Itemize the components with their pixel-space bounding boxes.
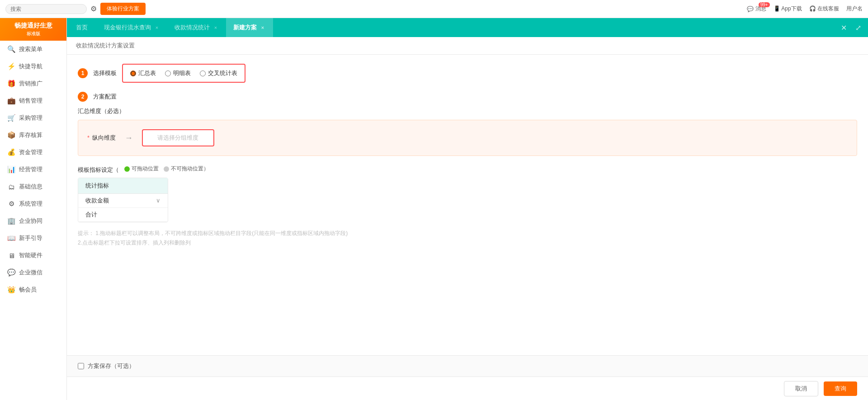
sidebar-item-finance[interactable]: 💰 资金管理: [0, 144, 66, 161]
stat-label: 统计指标: [85, 182, 109, 189]
unmovable-dot: [164, 166, 169, 172]
sidebar-item-basic-info[interactable]: 🗂 基础信息: [0, 178, 66, 195]
tab-home[interactable]: 首页: [67, 18, 97, 37]
tab-bar-actions: ✕ ⤢: [837, 18, 868, 37]
main-layout: 畅捷通好生意 标准版 🔍 搜索菜单 ⚡ 快捷导航 🎁 营销推广 💼 销售管理 🛒…: [0, 18, 868, 400]
tab-new-plan-label: 新建方案: [233, 24, 257, 32]
step1-label: 选择模板: [93, 69, 117, 77]
sidebar-item-quick-nav[interactable]: ⚡ 快捷导航: [0, 58, 66, 75]
marketing-icon: 🎁: [7, 80, 15, 88]
industry-btn[interactable]: 体验行业方案: [100, 3, 146, 15]
tab-new-plan-close[interactable]: ×: [259, 24, 266, 31]
sidebar-label: 营销推广: [19, 80, 42, 88]
tab-home-label: 首页: [76, 24, 88, 32]
sidebar-label: 企业协同: [19, 217, 42, 225]
sidebar-label: 搜索菜单: [19, 45, 42, 53]
tab-maximize-icon[interactable]: ⤢: [852, 21, 864, 34]
tab-bank-flow[interactable]: 现金银行流水查询 ×: [97, 18, 167, 37]
sidebar-item-enterprise[interactable]: 🏢 企业协同: [0, 212, 66, 230]
sidebar-item-sales[interactable]: 💼 销售管理: [0, 92, 66, 109]
dim-placeholder: 请选择分组维度: [157, 134, 198, 141]
dimension-section: 汇总维度（必选） * 纵向维度 → 请选择分组维度: [78, 107, 857, 156]
settings-icon[interactable]: ⚙: [90, 5, 97, 13]
metrics-header: 统计指标: [78, 178, 168, 194]
amount-col-label: 收款金额: [85, 197, 109, 205]
quick-nav-icon: ⚡: [7, 62, 15, 71]
cancel-button[interactable]: 取消: [784, 381, 818, 396]
member-icon: 👑: [7, 286, 15, 294]
template-selection: 汇总表 明细表 交叉统计表: [122, 64, 245, 83]
radio-cross[interactable]: 交叉统计表: [200, 69, 237, 77]
tab-close-window-icon[interactable]: ✕: [837, 21, 850, 34]
sidebar-item-operations[interactable]: 📊 经营管理: [0, 161, 66, 178]
hint-row-1: 提示： 1.拖动标题栏可以调整布局，不可跨维度或指标区域拖动栏目字段(只能在同一…: [78, 230, 857, 237]
tab-collection-stat-label: 收款情况统计: [175, 24, 210, 32]
page-breadcrumb: 收款情况统计方案设置: [67, 37, 868, 55]
guide-icon: 📖: [7, 234, 15, 242]
sidebar-item-member[interactable]: 👑 畅会员: [0, 281, 66, 298]
dimension-title: 汇总维度（必选）: [78, 107, 857, 115]
radio-summary[interactable]: 汇总表: [130, 69, 156, 77]
step2-label: 方案配置: [93, 93, 117, 101]
sidebar-item-purchase[interactable]: 🛒 采购管理: [0, 109, 66, 127]
sidebar-label: 系统管理: [19, 200, 42, 208]
hint-row-2: 2.点击标题栏下拉可设置排序、插入列和删除列: [78, 239, 857, 247]
radio-summary-input[interactable]: [130, 71, 136, 76]
download-area[interactable]: 📱 App下载: [774, 5, 802, 13]
tab-collection-stat-close[interactable]: ×: [212, 24, 219, 31]
radio-group: 汇总表 明细表 交叉统计表: [130, 69, 237, 77]
movable-label: 可拖动位置: [132, 165, 159, 173]
tab-bank-flow-close[interactable]: ×: [154, 24, 160, 31]
sidebar: 畅捷通好生意 标准版 🔍 搜索菜单 ⚡ 快捷导航 🎁 营销推广 💼 销售管理 🛒…: [0, 18, 67, 400]
radio-summary-label: 汇总表: [138, 69, 156, 77]
tab-collection-stat[interactable]: 收款情况统计 ×: [167, 18, 226, 37]
query-button[interactable]: 查询: [824, 381, 857, 396]
sales-icon: 💼: [7, 97, 15, 105]
sidebar-label: 资金管理: [19, 148, 42, 156]
top-bar-left: ⚙ 体验行业方案: [5, 3, 146, 15]
purchase-icon: 🛒: [7, 114, 15, 122]
sidebar-item-wechat[interactable]: 💬 企业微信: [0, 264, 66, 281]
tab-new-plan[interactable]: 新建方案 ×: [226, 18, 273, 37]
sidebar-label: 畅会员: [19, 286, 37, 294]
sidebar-item-marketing[interactable]: 🎁 营销推广: [0, 75, 66, 92]
user-area[interactable]: 用户名: [846, 5, 863, 13]
save-checkbox[interactable]: [78, 363, 84, 369]
metrics-config-label: 模板指标设定（ 可拖动位置 不可拖动位置）: [78, 165, 857, 174]
sidebar-item-search-menu[interactable]: 🔍 搜索菜单: [0, 41, 66, 58]
system-icon: ⚙: [7, 200, 15, 208]
sidebar-item-inventory[interactable]: 📦 库存核算: [0, 127, 66, 144]
hints-area: 提示： 1.拖动标题栏可以调整布局，不可跨维度或指标区域拖动栏目字段(只能在同一…: [78, 230, 857, 247]
metrics-table: 统计指标 收款金额 ∨ 合计: [78, 178, 168, 222]
page-content: 收款情况统计方案设置 1 选择模板 汇总表: [67, 37, 868, 376]
unmovable-label: 不可拖动位置）: [171, 165, 209, 173]
notification-area[interactable]: 💬 消息 99+: [747, 5, 766, 13]
metrics-row-total: 合计: [78, 208, 168, 222]
radio-detail-label: 明细表: [173, 69, 191, 77]
hardware-icon: 🖥: [7, 252, 15, 259]
sidebar-label: 经营管理: [19, 165, 42, 174]
metrics-section: 模板指标设定（ 可拖动位置 不可拖动位置） 统计指标: [78, 165, 857, 222]
metrics-row-amount[interactable]: 收款金额 ∨: [78, 194, 168, 208]
sidebar-item-guide[interactable]: 📖 新手引导: [0, 230, 66, 247]
radio-cross-input[interactable]: [200, 71, 206, 76]
sidebar-item-hardware[interactable]: 🖥 智能硬件: [0, 247, 66, 264]
notification-count: 99+: [759, 2, 770, 7]
logo-sub: 标准版: [14, 31, 52, 37]
dim-select-box[interactable]: 请选择分组维度: [142, 129, 214, 146]
amount-dropdown-icon[interactable]: ∨: [156, 197, 160, 204]
search-input[interactable]: [5, 4, 87, 14]
movable-dot: [124, 166, 130, 172]
dimension-area: * 纵向维度 → 请选择分组维度: [78, 120, 857, 156]
sidebar-item-system[interactable]: ⚙ 系统管理: [0, 195, 66, 212]
sidebar-label: 销售管理: [19, 97, 42, 105]
support-area[interactable]: 🎧 在线客服: [809, 5, 839, 13]
inventory-icon: 📦: [7, 131, 15, 139]
movable-badge: 可拖动位置: [124, 165, 159, 173]
sidebar-label: 基础信息: [19, 183, 42, 191]
radio-detail[interactable]: 明细表: [165, 69, 191, 77]
radio-detail-input[interactable]: [165, 71, 171, 76]
support-icon: 🎧: [809, 5, 816, 12]
save-label: 方案保存（可选）: [88, 362, 135, 370]
step1-num: 1: [78, 68, 88, 78]
